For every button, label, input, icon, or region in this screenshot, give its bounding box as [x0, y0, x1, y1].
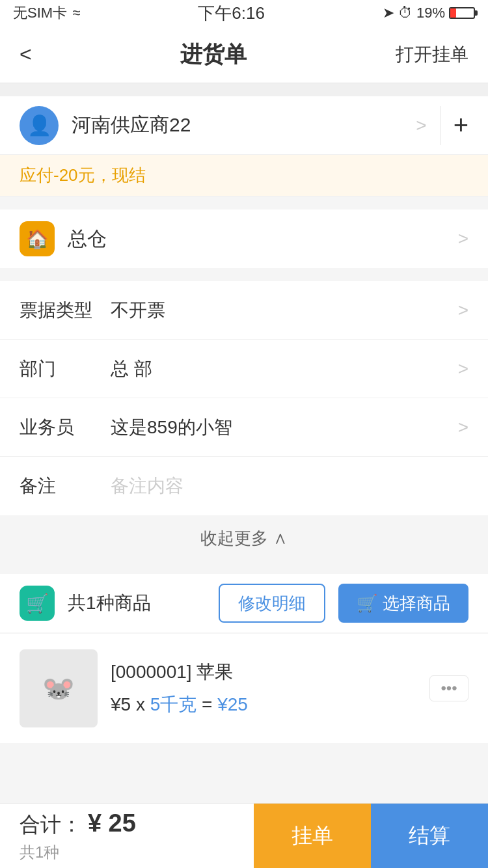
- total-count: 共1种: [20, 842, 234, 863]
- bottom-bar: 合计： ¥ 25 共1种 挂单 结算: [0, 803, 488, 868]
- modify-detail-label: 修改明细: [238, 592, 306, 615]
- product-item: 🐭 [0000001] 苹果 ¥5 x 5千克 = ¥25 •••: [0, 634, 488, 743]
- alarm-icon: ⏱: [398, 5, 413, 21]
- product-qty: 5千克: [150, 694, 197, 714]
- total-amount-value: ¥ 25: [88, 809, 136, 837]
- product-total: ¥25: [217, 694, 248, 714]
- product-name: [0000001] 苹果: [111, 660, 416, 685]
- ticket-type-label: 票据类型: [20, 298, 98, 323]
- location-icon: ➤: [383, 5, 394, 21]
- product-code: [0000001]: [111, 662, 192, 682]
- back-button[interactable]: <: [20, 42, 32, 66]
- multiply-sign: x: [136, 694, 150, 714]
- salesman-label: 业务员: [20, 415, 98, 440]
- ticket-type-row[interactable]: 票据类型 不开票 >: [0, 281, 488, 340]
- product-info: [0000001] 苹果 ¥5 x 5千克 = ¥25: [111, 660, 416, 717]
- warehouse-icon-bg: 🏠: [20, 221, 55, 256]
- status-left: 无SIM卡 ≈: [13, 3, 80, 23]
- add-supplier-button[interactable]: +: [454, 111, 468, 140]
- supplier-chevron-right-icon: >: [416, 115, 426, 136]
- nav-bar: < 进货单 打开挂单: [0, 26, 488, 83]
- person-icon: 👤: [27, 114, 51, 137]
- product-title: 苹果: [197, 662, 233, 682]
- carrier-text: 无SIM卡: [13, 3, 67, 23]
- collapse-bar[interactable]: 收起更多 ∧: [0, 515, 488, 561]
- collapse-label: 收起更多 ∧: [200, 527, 287, 550]
- department-chevron-right-icon: >: [458, 359, 468, 379]
- salesman-value: 这是859的小智: [111, 415, 458, 440]
- supplier-name: 河南供应商22: [72, 112, 416, 139]
- product-count-text: 共1种商品: [68, 591, 206, 616]
- supplier-section[interactable]: 👤 河南供应商22 > +: [0, 96, 488, 155]
- total-section: 合计： ¥ 25 共1种: [0, 809, 254, 863]
- warehouse-icon: 🏠: [26, 228, 49, 250]
- checkout-label: 结算: [409, 822, 450, 850]
- ticket-type-value: 不开票: [111, 298, 458, 323]
- status-right: ➤ ⏱ 19%: [383, 5, 475, 21]
- hang-button[interactable]: 挂单: [254, 804, 371, 869]
- product-owl-icon: 🐭: [42, 673, 75, 704]
- open-hang-button[interactable]: 打开挂单: [396, 42, 468, 67]
- salesman-chevron-right-icon: >: [458, 417, 468, 438]
- product-header: 🛒 共1种商品 修改明细 🛒 选择商品: [0, 574, 488, 632]
- total-label: 合计：: [20, 813, 82, 836]
- vertical-divider: [440, 106, 441, 145]
- warehouse-section[interactable]: 🏠 总仓 >: [0, 210, 488, 268]
- remark-label: 备注: [20, 474, 98, 498]
- cart-icon: 🛒: [357, 593, 377, 614]
- status-bar: 无SIM卡 ≈ 下午6:16 ➤ ⏱ 19%: [0, 0, 488, 26]
- checkout-button[interactable]: 结算: [371, 804, 488, 869]
- wifi-icon: ≈: [72, 5, 80, 21]
- price-unit: ¥5: [111, 694, 131, 714]
- notice-text: 应付-20元，现结: [20, 165, 146, 185]
- ellipsis-icon: •••: [441, 679, 457, 698]
- department-row[interactable]: 部门 总 部 >: [0, 340, 488, 398]
- battery-percent: 19%: [416, 5, 445, 21]
- product-more-button[interactable]: •••: [429, 675, 468, 701]
- select-product-button[interactable]: 🛒 选择商品: [338, 584, 468, 623]
- remark-row[interactable]: 备注 备注内容: [0, 457, 488, 515]
- product-thumbnail: 🐭: [20, 649, 98, 727]
- warehouse-name: 总仓: [68, 226, 458, 252]
- divider-1: [0, 83, 488, 96]
- equals-sign: =: [202, 694, 217, 714]
- shopping-bag-icon: 🛒: [26, 593, 49, 614]
- product-count-icon-bg: 🛒: [20, 586, 55, 621]
- ticket-type-chevron-right-icon: >: [458, 300, 468, 321]
- department-value: 总 部: [111, 357, 458, 381]
- total-amount: 合计： ¥ 25: [20, 809, 234, 839]
- supplier-avatar: 👤: [20, 106, 59, 145]
- product-price: ¥5 x 5千克 = ¥25: [111, 692, 416, 717]
- warehouse-chevron-right-icon: >: [458, 228, 468, 249]
- select-product-label: 选择商品: [383, 592, 450, 615]
- battery-icon: [449, 7, 475, 19]
- form-section: 票据类型 不开票 > 部门 总 部 > 业务员 这是859的小智 > 备注 备注…: [0, 281, 488, 515]
- page-title: 进货单: [180, 40, 247, 70]
- notice-bar: 应付-20元，现结: [0, 155, 488, 197]
- hang-label: 挂单: [291, 822, 333, 850]
- department-label: 部门: [20, 357, 98, 381]
- modify-detail-button[interactable]: 修改明细: [219, 584, 325, 623]
- status-time: 下午6:16: [198, 2, 265, 25]
- remark-input[interactable]: 备注内容: [111, 474, 468, 498]
- salesman-row[interactable]: 业务员 这是859的小智 >: [0, 398, 488, 457]
